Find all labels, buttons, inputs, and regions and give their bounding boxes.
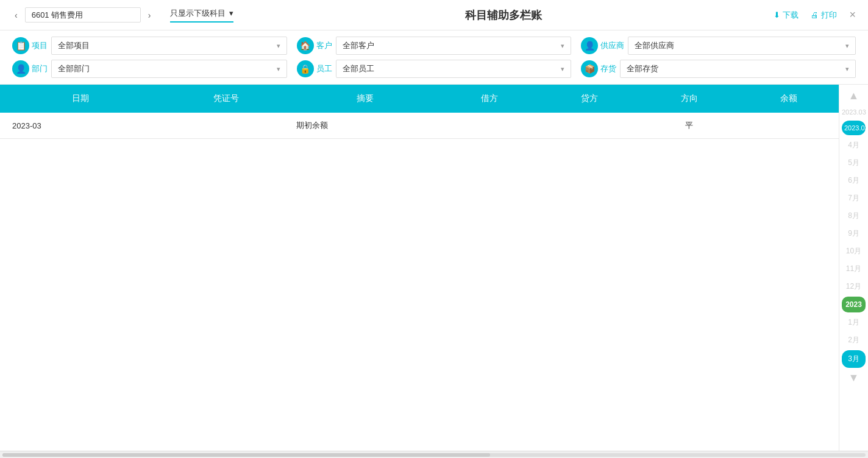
sidebar-year-2023[interactable]: 2023 xyxy=(842,297,866,312)
dept-arrow: ▾ xyxy=(277,65,280,73)
scrollbar-track xyxy=(2,453,866,457)
prev-account-btn[interactable]: ‹ xyxy=(12,9,20,21)
supplier-label: 👤 供应商 xyxy=(581,37,624,54)
filter-bar: 📋 项目 全部项目 ▾ 🏠 客户 全部客户 ▾ xyxy=(0,30,868,85)
inventory-label: 📦 存货 xyxy=(581,60,616,77)
filter-row-1: 📋 项目 全部项目 ▾ 🏠 客户 全部客户 ▾ xyxy=(12,37,856,55)
sidebar-item-9month[interactable]: 9月 xyxy=(839,225,868,242)
project-label: 📋 项目 xyxy=(12,37,48,54)
print-btn[interactable]: 🖨 打印 xyxy=(811,10,837,21)
customer-icon: 🏠 xyxy=(297,37,314,54)
show-sub-dropdown[interactable]: 只显示下级科目 ▾ xyxy=(170,8,233,23)
col-debit: 借方 xyxy=(440,85,540,113)
sidebar-item-6month[interactable]: 6月 xyxy=(839,172,868,189)
sidebar-item-1[interactable]: 2023.03 xyxy=(842,121,866,135)
col-credit: 贷方 xyxy=(539,85,639,113)
data-table: 日期 凭证号 摘要 借方 贷方 方向 余额 2023-03 期初余额 xyxy=(0,85,839,139)
page-title: 科目辅助多栏账 xyxy=(233,8,774,23)
sidebar-up-btn[interactable]: ▲ xyxy=(846,87,862,105)
filter-item-supplier: 👤 供应商 全部供应商 ▾ xyxy=(581,37,856,55)
scrollbar-thumb[interactable] xyxy=(2,453,490,457)
dept-label: 👤 部门 xyxy=(12,60,48,77)
account-code-input[interactable] xyxy=(25,7,141,23)
print-icon: 🖨 xyxy=(811,10,819,19)
print-label: 打印 xyxy=(821,10,837,21)
show-sub-arrow: ▾ xyxy=(229,9,233,18)
sidebar-item-5month[interactable]: 5月 xyxy=(839,154,868,172)
close-btn[interactable]: × xyxy=(849,9,856,21)
sidebar-item-11month[interactable]: 11月 xyxy=(839,260,868,278)
sidebar-item-0[interactable]: 2023.03 xyxy=(839,105,868,119)
right-sidebar: ▲ 2023.03 2023.03 4月 5月 6月 7月 8月 9月 10月 … xyxy=(839,85,868,451)
filter-item-dept: 👤 部门 全部部门 ▾ xyxy=(12,60,287,78)
sidebar-item-10month[interactable]: 10月 xyxy=(839,242,868,260)
cell-summary: 期初余额 xyxy=(290,113,439,139)
employee-select[interactable]: 全部员工 ▾ xyxy=(336,60,572,78)
title-bar: ‹ › 只显示下级科目 ▾ 科目辅助多栏账 ⬇ 下载 🖨 打印 × xyxy=(0,0,868,30)
cell-voucher xyxy=(162,113,290,139)
cell-balance xyxy=(739,113,839,139)
filter-row-2: 👤 部门 全部部门 ▾ 🔒 员工 全部员工 ▾ xyxy=(12,60,856,78)
filter-item-employee: 🔒 员工 全部员工 ▾ xyxy=(297,60,572,78)
inventory-arrow: ▾ xyxy=(845,65,849,73)
customer-arrow: ▾ xyxy=(561,42,564,50)
download-icon: ⬇ xyxy=(774,10,780,19)
filter-item-project: 📋 项目 全部项目 ▾ xyxy=(12,37,287,55)
cell-debit xyxy=(440,113,540,139)
table-header-row: 日期 凭证号 摘要 借方 贷方 方向 余额 xyxy=(0,85,839,113)
col-date: 日期 xyxy=(0,85,162,113)
col-voucher: 凭证号 xyxy=(162,85,290,113)
customer-label: 🏠 客户 xyxy=(297,37,332,54)
employee-label: 🔒 员工 xyxy=(297,60,332,77)
main-content: 日期 凭证号 摘要 借方 贷方 方向 余额 2023-03 期初余额 xyxy=(0,85,868,451)
sidebar-item-4month[interactable]: 4月 xyxy=(839,136,868,154)
sidebar-down-btn[interactable]: ▼ xyxy=(846,369,862,387)
sidebar-item-8month[interactable]: 8月 xyxy=(839,207,868,225)
sidebar-item-7month[interactable]: 7月 xyxy=(839,189,868,207)
project-icon: 📋 xyxy=(12,37,29,54)
supplier-icon: 👤 xyxy=(581,37,598,54)
project-select[interactable]: 全部项目 ▾ xyxy=(51,37,287,55)
table-row[interactable]: 2023-03 期初余额 平 xyxy=(0,113,839,139)
download-btn[interactable]: ⬇ 下载 xyxy=(774,10,799,21)
cell-credit xyxy=(539,113,639,139)
next-account-btn[interactable]: › xyxy=(146,9,154,21)
cell-direction: 平 xyxy=(639,113,739,139)
show-sub-label: 只显示下级科目 xyxy=(170,8,226,19)
sidebar-item-3month[interactable]: 3月 xyxy=(842,350,866,368)
customer-select[interactable]: 全部客户 ▾ xyxy=(336,37,572,55)
table-container[interactable]: 日期 凭证号 摘要 借方 贷方 方向 余额 2023-03 期初余额 xyxy=(0,85,839,451)
sidebar-item-12month[interactable]: 12月 xyxy=(839,278,868,295)
inventory-select[interactable]: 全部存货 ▾ xyxy=(620,60,856,78)
inventory-icon: 📦 xyxy=(581,60,598,77)
filter-item-customer: 🏠 客户 全部客户 ▾ xyxy=(297,37,572,55)
dept-select[interactable]: 全部部门 ▾ xyxy=(51,60,287,78)
supplier-select[interactable]: 全部供应商 ▾ xyxy=(628,37,856,55)
filter-item-inventory: 📦 存货 全部存货 ▾ xyxy=(581,60,856,78)
employee-icon: 🔒 xyxy=(297,60,314,77)
download-label: 下载 xyxy=(783,10,799,21)
col-direction: 方向 xyxy=(639,85,739,113)
main-window: ‹ › 只显示下级科目 ▾ 科目辅助多栏账 ⬇ 下载 🖨 打印 × xyxy=(0,0,868,458)
title-left: ‹ › 只显示下级科目 ▾ xyxy=(12,7,233,23)
col-balance: 余额 xyxy=(739,85,839,113)
sidebar-item-2month[interactable]: 2月 xyxy=(839,331,868,349)
dept-icon: 👤 xyxy=(12,60,29,77)
sidebar-item-1month[interactable]: 1月 xyxy=(839,314,868,331)
project-arrow: ▾ xyxy=(277,42,280,50)
employee-arrow: ▾ xyxy=(561,65,564,73)
title-actions: ⬇ 下载 🖨 打印 × xyxy=(774,9,856,21)
scrollbar-container[interactable] xyxy=(0,451,868,458)
supplier-arrow: ▾ xyxy=(845,42,849,50)
col-summary: 摘要 xyxy=(290,85,439,113)
cell-date: 2023-03 xyxy=(0,113,162,139)
